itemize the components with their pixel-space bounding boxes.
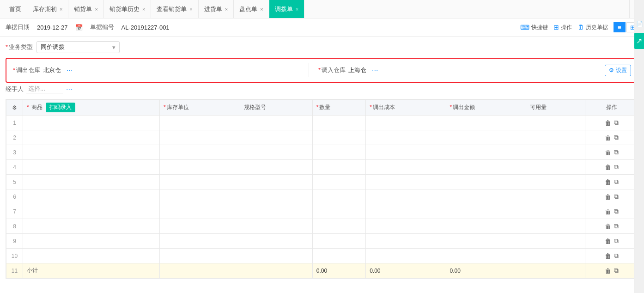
cell-qty-8[interactable] — [312, 219, 365, 234]
delete-icon-3[interactable]: 🗑 — [605, 149, 611, 156]
cell-unit-2[interactable] — [160, 130, 240, 145]
cell-available-3[interactable] — [526, 145, 585, 160]
cell-unit-9[interactable] — [160, 234, 240, 249]
cell-product-1[interactable] — [23, 116, 160, 130]
cell-amount-9[interactable] — [446, 234, 526, 249]
copy-icon-5[interactable]: ⧉ — [614, 178, 619, 186]
cell-spec-6[interactable] — [240, 189, 312, 204]
cell-product-6[interactable] — [23, 189, 160, 204]
tab-transfer[interactable]: 调拨单 × — [269, 0, 304, 18]
cell-available-5[interactable] — [526, 175, 585, 189]
cell-qty-4[interactable] — [312, 160, 365, 175]
cell-amount-5[interactable] — [446, 175, 526, 189]
copy-icon-10[interactable]: ⧉ — [614, 252, 619, 260]
cell-unit-1[interactable] — [160, 116, 240, 130]
cell-cost-6[interactable] — [366, 189, 446, 204]
cell-unit-4[interactable] — [160, 160, 240, 175]
cell-amount-6[interactable] — [446, 189, 526, 204]
person-select[interactable]: 选择... — [26, 85, 63, 93]
cell-product-10[interactable] — [23, 249, 160, 263]
history-btn[interactable]: 🗓 历史单据 — [577, 24, 608, 31]
copy-icon-1[interactable]: ⧉ — [614, 119, 619, 127]
cell-unit-6[interactable] — [160, 189, 240, 204]
cell-cost-2[interactable] — [366, 130, 446, 145]
cell-unit-7[interactable] — [160, 204, 240, 219]
cell-amount-3[interactable] — [446, 145, 526, 160]
cell-product-3[interactable] — [23, 145, 160, 160]
copy-icon-2[interactable]: ⧉ — [614, 134, 619, 141]
tab-sales-history[interactable]: 销货单历史 × — [104, 0, 151, 18]
cell-product-9[interactable] — [23, 234, 160, 249]
cell-qty-2[interactable] — [312, 130, 365, 145]
cell-available-10[interactable] — [526, 249, 585, 263]
delete-icon-10[interactable]: 🗑 — [605, 252, 611, 260]
cell-unit-8[interactable] — [160, 219, 240, 234]
cell-available-2[interactable] — [526, 130, 585, 145]
cell-spec-2[interactable] — [240, 130, 312, 145]
cell-available-9[interactable] — [526, 234, 585, 249]
cell-spec-1[interactable] — [240, 116, 312, 130]
tab-close-purchase[interactable]: × — [225, 6, 228, 12]
cell-qty-9[interactable] — [312, 234, 365, 249]
cell-available-1[interactable] — [526, 116, 585, 130]
copy-icon-9[interactable]: ⧉ — [614, 237, 619, 245]
tab-close-sales-order[interactable]: × — [95, 6, 97, 12]
cell-qty-3[interactable] — [312, 145, 365, 160]
cell-unit-10[interactable] — [160, 249, 240, 263]
side-doc-icon[interactable]: 📄 — [635, 18, 644, 29]
tab-purchase[interactable]: 进货单 × — [199, 0, 234, 18]
delete-icon-9[interactable]: 🗑 — [605, 238, 611, 245]
shortcuts-btn[interactable]: ⌨ 快捷键 — [520, 24, 548, 31]
delete-icon-8[interactable]: 🗑 — [605, 223, 611, 230]
cell-cost-4[interactable] — [366, 160, 446, 175]
copy-icon-3[interactable]: ⧉ — [614, 148, 619, 156]
cell-cost-8[interactable] — [366, 219, 446, 234]
cell-spec-3[interactable] — [240, 145, 312, 160]
cell-spec-8[interactable] — [240, 219, 312, 234]
copy-icon-6[interactable]: ⧉ — [614, 193, 619, 201]
tab-close-view-sales[interactable]: × — [189, 6, 192, 12]
tab-view-sales[interactable]: 查看销货单 × — [151, 0, 198, 18]
operations-btn[interactable]: ⊞ 操作 — [553, 24, 572, 31]
delete-icon-6[interactable]: 🗑 — [605, 193, 611, 201]
out-warehouse-more-icon[interactable]: ··· — [67, 66, 73, 74]
copy-icon[interactable]: ⧉ — [614, 267, 619, 275]
cell-available-6[interactable] — [526, 189, 585, 204]
tab-close-transfer[interactable]: × — [296, 6, 298, 12]
tab-home[interactable]: 首页 — [4, 0, 27, 18]
delete-icon[interactable]: 🗑 — [605, 267, 611, 275]
side-export-icon[interactable]: ↗ — [634, 33, 644, 49]
cell-spec-4[interactable] — [240, 160, 312, 175]
tab-close-inventory-init[interactable]: × — [60, 6, 62, 12]
cell-cost-3[interactable] — [366, 145, 446, 160]
cell-cost-9[interactable] — [366, 234, 446, 249]
person-more-icon[interactable]: ··· — [66, 85, 72, 93]
delete-icon-1[interactable]: 🗑 — [605, 119, 611, 127]
tab-close-stocktake[interactable]: × — [260, 6, 263, 12]
cell-spec-9[interactable] — [240, 234, 312, 249]
cell-unit-5[interactable] — [160, 175, 240, 189]
cell-spec-10[interactable] — [240, 249, 312, 263]
cell-amount-2[interactable] — [446, 130, 526, 145]
copy-icon-4[interactable]: ⧉ — [614, 163, 619, 171]
delete-icon-2[interactable]: 🗑 — [605, 134, 611, 141]
scan-entry-button[interactable]: 扫码录入 — [46, 103, 75, 112]
cell-product-8[interactable] — [23, 219, 160, 234]
cell-amount-7[interactable] — [446, 204, 526, 219]
cell-product-5[interactable] — [23, 175, 160, 189]
cell-qty-10[interactable] — [312, 249, 365, 263]
delete-icon-7[interactable]: 🗑 — [605, 208, 611, 215]
delete-icon-5[interactable]: 🗑 — [605, 178, 611, 186]
cell-cost-10[interactable] — [366, 249, 446, 263]
tab-stocktake[interactable]: 盘点单 × — [234, 0, 269, 18]
cell-product-4[interactable] — [23, 160, 160, 175]
cell-qty-7[interactable] — [312, 204, 365, 219]
copy-icon-8[interactable]: ⧉ — [614, 222, 619, 230]
cell-amount-8[interactable] — [446, 219, 526, 234]
copy-icon-7[interactable]: ⧉ — [614, 208, 619, 215]
tab-close-sales-history[interactable]: × — [142, 6, 145, 12]
cell-available-4[interactable] — [526, 160, 585, 175]
cell-spec-5[interactable] — [240, 175, 312, 189]
cell-unit-3[interactable] — [160, 145, 240, 160]
cell-cost-7[interactable] — [366, 204, 446, 219]
